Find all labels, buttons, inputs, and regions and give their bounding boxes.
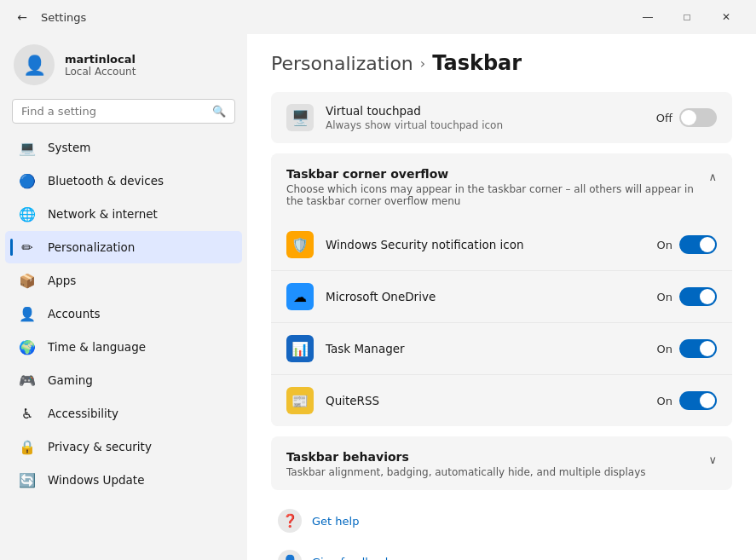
sidebar-item-label: System (48, 141, 90, 154)
user-section[interactable]: 👤 martinlocal Local Account (0, 34, 247, 95)
virtual-touchpad-icon: 🖥️ (286, 104, 314, 131)
gaming-icon: 🎮 (19, 372, 36, 389)
windows-security-text: Windows Security notification icon (326, 238, 657, 251)
help-link-get-help[interactable]: ❓ Get help (274, 500, 729, 541)
windows-security-control: On (657, 235, 717, 254)
bluetooth-icon: 🔵 (19, 172, 36, 189)
windows-security-label: Windows Security notification icon (326, 238, 657, 251)
sidebar-item-label: Time & language (48, 340, 146, 354)
taskbar-behaviors-title: Taskbar behaviors (286, 450, 708, 464)
get-help-label: Get help (312, 515, 359, 528)
virtual-touchpad-toggle[interactable] (679, 108, 717, 127)
windows-security-icon: 🛡️ (286, 231, 314, 258)
toggle-thumb (700, 341, 715, 356)
task-manager-state: On (657, 343, 672, 355)
corner-overflow-subtitle: Choose which icons may appear in the tas… (286, 183, 708, 207)
sidebar-item-personalization[interactable]: ✏️ Personalization (5, 231, 242, 263)
task-manager-label: Task Manager (326, 342, 657, 355)
user-type: Local Account (65, 66, 136, 78)
taskbar-behaviors-text: Taskbar behaviors Taskbar alignment, bad… (286, 450, 708, 478)
overflow-item-task-manager: 📊 Task Manager On (271, 323, 732, 375)
nav-list: 💻 System 🔵 Bluetooth & devices 🌐 Network… (0, 130, 247, 497)
search-box[interactable]: 🔍 (12, 99, 235, 124)
quiterss-text: QuiteRSS (326, 394, 657, 407)
help-links: ❓ Get help 👤 Give feedback (271, 500, 732, 560)
sidebar-item-accessibility[interactable]: ♿ Accessibility (5, 397, 242, 430)
virtual-touchpad-card: 🖥️ Virtual touchpad Always show virtual … (271, 92, 732, 143)
avatar-icon: 👤 (23, 55, 46, 76)
task-manager-icon: 📊 (286, 335, 314, 362)
sidebar-item-network[interactable]: 🌐 Network & internet (5, 198, 242, 230)
back-button[interactable]: ← (10, 5, 34, 29)
help-link-give-feedback[interactable]: 👤 Give feedback (274, 541, 729, 560)
titlebar: ← Settings — □ ✕ (0, 0, 756, 34)
task-manager-text: Task Manager (326, 342, 657, 355)
corner-overflow-card: Taskbar corner overflow Choose which ico… (271, 153, 732, 426)
onedrive-toggle[interactable] (679, 287, 717, 306)
toggle-thumb (681, 110, 696, 125)
sidebar-item-privacy-security[interactable]: 🔒 Privacy & security (5, 430, 242, 463)
onedrive-label: Microsoft OneDrive (326, 290, 657, 303)
taskbar-behaviors-card: Taskbar behaviors Taskbar alignment, bad… (271, 436, 732, 490)
onedrive-text: Microsoft OneDrive (326, 290, 657, 303)
sidebar-item-bluetooth[interactable]: 🔵 Bluetooth & devices (5, 165, 242, 197)
user-info: martinlocal Local Account (65, 53, 136, 78)
breadcrumb: Personalization › Taskbar (271, 51, 732, 75)
sidebar-item-accounts[interactable]: 👤 Accounts (5, 297, 242, 330)
corner-overflow-header-text: Taskbar corner overflow Choose which ico… (286, 167, 708, 207)
windows-security-toggle[interactable] (679, 235, 717, 254)
quiterss-control: On (657, 391, 717, 410)
sidebar-item-label: Gaming (48, 373, 93, 387)
sidebar-item-label: Network & internet (48, 207, 158, 221)
onedrive-state: On (657, 291, 672, 303)
sidebar-item-apps[interactable]: 📦 Apps (5, 264, 242, 297)
onedrive-icon: ☁️ (286, 283, 314, 310)
corner-overflow-items: 🛡️ Windows Security notification icon On… (271, 219, 732, 426)
sidebar-item-gaming[interactable]: 🎮 Gaming (5, 364, 242, 396)
taskbar-behaviors-header[interactable]: Taskbar behaviors Taskbar alignment, bad… (271, 436, 732, 490)
taskbar-behaviors-subtitle: Taskbar alignment, badging, automaticall… (286, 466, 708, 478)
back-icon: ← (17, 10, 27, 24)
corner-overflow-chevron: ∧ (708, 170, 717, 183)
minimize-button[interactable]: — (628, 3, 667, 31)
sidebar-item-label: Personalization (48, 240, 135, 254)
give-feedback-label: Give feedback (312, 556, 391, 561)
virtual-touchpad-text: Virtual touchpad Always show virtual tou… (326, 104, 656, 131)
toggle-thumb (700, 237, 715, 252)
virtual-touchpad-state: Off (656, 112, 672, 124)
window-controls: — □ ✕ (628, 3, 746, 31)
sidebar-item-system[interactable]: 💻 System (5, 131, 242, 164)
sidebar-item-label: Accounts (48, 307, 101, 320)
sidebar-item-label: Privacy & security (48, 440, 152, 453)
sidebar-item-label: Apps (48, 274, 76, 287)
task-manager-control: On (657, 339, 717, 358)
search-icon: 🔍 (212, 105, 226, 118)
sidebar-item-windows-update[interactable]: 🔄 Windows Update (5, 464, 242, 496)
virtual-touchpad-control: Off (656, 108, 717, 127)
task-manager-toggle[interactable] (679, 339, 717, 358)
content-area: Personalization › Taskbar 🖥️ Virtual tou… (247, 34, 756, 560)
toggle-thumb (700, 289, 715, 304)
breadcrumb-parent[interactable]: Personalization (271, 53, 413, 74)
close-button[interactable]: ✕ (707, 3, 746, 31)
quiterss-label: QuiteRSS (326, 394, 657, 407)
corner-overflow-header[interactable]: Taskbar corner overflow Choose which ico… (271, 153, 732, 219)
search-input[interactable] (21, 105, 205, 118)
system-icon: 💻 (19, 139, 36, 156)
windows-security-state: On (657, 239, 672, 251)
sidebar: 👤 martinlocal Local Account 🔍 💻 System 🔵… (0, 34, 247, 560)
quiterss-state: On (657, 395, 672, 407)
overflow-item-onedrive: ☁️ Microsoft OneDrive On (271, 271, 732, 323)
sidebar-item-time-language[interactable]: 🌍 Time & language (5, 331, 242, 363)
sidebar-item-label: Windows Update (48, 473, 144, 487)
virtual-touchpad-row: 🖥️ Virtual touchpad Always show virtual … (271, 92, 732, 143)
accounts-icon: 👤 (19, 305, 36, 322)
give-feedback-icon: 👤 (278, 550, 302, 560)
accessibility-icon: ♿ (19, 405, 36, 422)
virtual-touchpad-label: Virtual touchpad (326, 104, 656, 118)
user-name: martinlocal (65, 53, 136, 66)
maximize-button[interactable]: □ (667, 3, 707, 31)
sidebar-item-label: Accessibility (48, 407, 118, 420)
quiterss-toggle[interactable] (679, 391, 717, 410)
personalization-icon: ✏️ (19, 239, 36, 256)
